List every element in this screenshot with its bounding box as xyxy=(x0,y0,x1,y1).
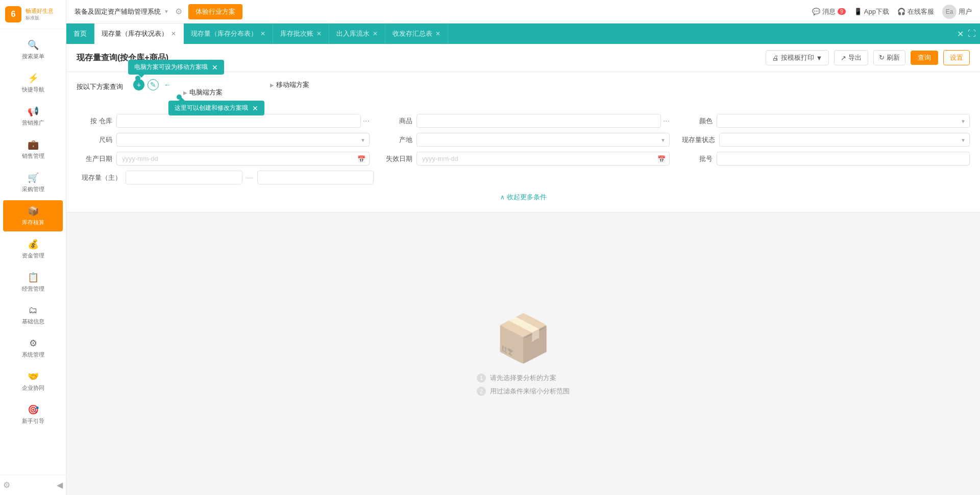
inventory-icon: 📦 xyxy=(28,205,39,217)
main-content: 装备及固定资产辅助管理系统 ▼ ⚙ 体验行业方案 💬 消息 9 📱 App下载 … xyxy=(66,0,980,495)
basic-info-icon: 🗂 xyxy=(29,305,38,316)
tab-inout-flow-close[interactable]: ✕ xyxy=(373,30,378,37)
sidebar: 6 畅通好生意 标准版 🔍 搜索菜单 ⚡ 快捷导航 📢 营销推广 💼 销售管理 … xyxy=(0,0,66,495)
tabbar-right: ✕ ⛶ xyxy=(953,29,980,39)
scheme-controls: + ✎ ← 电脑方案可设为移动方案哦 ✕ xyxy=(133,79,173,90)
collapse-up-icon: ∧ xyxy=(500,194,505,201)
sidebar-bottom: ⚙ ◀ xyxy=(0,475,66,495)
tab-close-all-icon[interactable]: ✕ xyxy=(957,29,964,39)
finance-icon: 💰 xyxy=(28,239,39,250)
mobile-scheme-tree: ▶ 移动端方案 xyxy=(270,79,331,90)
sidebar-item-inventory[interactable]: 📦 库存核算 xyxy=(3,200,63,231)
prod-date-input[interactable] xyxy=(116,152,370,166)
color-label: 颜色 xyxy=(682,116,713,126)
topbar-gear-icon[interactable]: ⚙ xyxy=(175,7,182,16)
enterprise-icon: 🤝 xyxy=(28,371,39,382)
sidebar-item-enterprise[interactable]: 🤝 企业协同 xyxy=(3,366,63,397)
export-icon: ↗ xyxy=(841,54,846,62)
goods-input[interactable] xyxy=(416,114,661,128)
sidebar-item-system[interactable]: ⚙ 系统管理 xyxy=(3,333,63,364)
empty-state: 📦 1 请先选择要分析的方案 2 用过滤条件来缩小分析范围 xyxy=(66,213,980,495)
expire-date-cal-icon[interactable]: 📅 xyxy=(657,155,666,162)
stock-qty-sep: — xyxy=(247,174,253,181)
edit-scheme-button[interactable]: ✎ xyxy=(148,79,159,90)
field-size: 尺码 ▼ xyxy=(82,133,370,147)
tab-batch-account-close[interactable]: ✕ xyxy=(316,30,322,37)
add-scheme-button[interactable]: + xyxy=(133,79,144,90)
export-button[interactable]: ↗ 导出 xyxy=(834,50,868,65)
expire-date-label: 失效日期 xyxy=(382,154,412,163)
tab-inventory-status-close[interactable]: ✕ xyxy=(171,30,176,37)
field-warehouse: 按 仓库 ··· xyxy=(82,114,370,128)
warehouse-dots[interactable]: ··· xyxy=(363,116,370,126)
tooltip2-close[interactable]: ✕ xyxy=(252,104,258,112)
search-icon: 🔍 xyxy=(28,39,39,51)
origin-select[interactable] xyxy=(416,133,670,147)
online-support-item[interactable]: 🎧 在线客服 xyxy=(897,7,934,16)
tab-recv-send[interactable]: 收发存汇总表 ✕ xyxy=(385,23,448,44)
sidebar-item-search[interactable]: 🔍 搜索菜单 xyxy=(3,34,63,65)
refresh-icon: ↻ xyxy=(879,54,885,61)
tooltip2-floating: 这里可以创建和修改方案哦 ✕ xyxy=(168,95,264,115)
stock-qty-to-input[interactable] xyxy=(257,171,374,184)
batch-input[interactable] xyxy=(717,152,970,166)
collapse-row[interactable]: ∧ 收起更多条件 xyxy=(77,190,970,205)
sidebar-item-quick-nav[interactable]: ⚡ 快捷导航 xyxy=(3,67,63,99)
tab-home[interactable]: 首页 xyxy=(66,23,94,44)
goods-dots[interactable]: ··· xyxy=(663,116,670,126)
expire-date-input[interactable] xyxy=(416,152,670,166)
tab-inventory-status[interactable]: 现存量（库存状况表） ✕ xyxy=(94,23,184,44)
filter-fields-row1: 按 仓库 ··· 商品 ··· 颜色 ▼ xyxy=(77,114,970,128)
tooltip2: 这里可以创建和修改方案哦 ✕ xyxy=(168,101,264,115)
color-select[interactable] xyxy=(717,114,970,128)
tab-batch-account[interactable]: 库存批次账 ✕ xyxy=(273,23,329,44)
sidebar-item-basic-info[interactable]: 🗂 基础信息 xyxy=(3,300,63,331)
back-scheme-button[interactable]: ← xyxy=(162,79,173,90)
sidebar-item-purchase[interactable]: 🛒 采购管理 xyxy=(3,167,63,198)
sidebar-item-finance[interactable]: 💰 资金管理 xyxy=(3,233,63,265)
sidebar-item-sales[interactable]: 💼 销售管理 xyxy=(3,134,63,165)
message-badge: 9 xyxy=(838,8,846,15)
filter-fields-row2: 尺码 ▼ 产地 ▼ 现存量状态 ▼ xyxy=(77,133,970,147)
collapse-sidebar-icon[interactable]: ◀ xyxy=(57,480,63,490)
logo-icon: 6 xyxy=(5,6,21,22)
size-select[interactable] xyxy=(116,133,370,147)
warehouse-label: 按 仓库 xyxy=(82,116,112,126)
tab-expand-icon[interactable]: ⛶ xyxy=(968,29,976,38)
refresh-button[interactable]: ↻ 刷新 xyxy=(873,50,905,65)
sidebar-item-operations[interactable]: 📋 经营管理 xyxy=(3,267,63,298)
prod-date-label: 生产日期 xyxy=(82,154,112,163)
tab-recv-send-close[interactable]: ✕ xyxy=(435,30,440,37)
trial-button[interactable]: 体验行业方案 xyxy=(188,4,242,19)
field-stock-status: 现存量状态 ▼ xyxy=(682,133,970,147)
tab-inout-flow[interactable]: 出入库流水 ✕ xyxy=(329,23,385,44)
field-color: 颜色 ▼ xyxy=(682,114,970,128)
filter-area: 按以下方案查询 + ✎ ← 电脑方案可设为移动方案哦 ✕ xyxy=(66,72,980,213)
app-download-item[interactable]: 📱 App下载 xyxy=(854,7,889,16)
message-item[interactable]: 💬 消息 9 xyxy=(812,7,846,16)
logo-name: 畅通好生意 xyxy=(26,7,54,14)
newbie-icon: 🎯 xyxy=(28,404,39,415)
filter-fields-row4: 现存量（主） — xyxy=(77,171,970,184)
stock-qty-from-input[interactable] xyxy=(126,171,242,184)
tab-inventory-dist-close[interactable]: ✕ xyxy=(260,30,265,37)
tooltip1-close[interactable]: ✕ xyxy=(212,63,218,72)
prod-date-cal-icon[interactable]: 📅 xyxy=(357,155,365,162)
system-name: 装备及固定资产辅助管理系统 xyxy=(75,7,161,16)
sidebar-item-newbie[interactable]: 🎯 新手引导 xyxy=(3,399,63,430)
reset-button[interactable]: 设置 xyxy=(943,50,970,65)
warehouse-input[interactable] xyxy=(116,114,361,128)
user-item[interactable]: Ea 用户 xyxy=(942,5,972,19)
query-button[interactable]: 查询 xyxy=(911,51,938,65)
sidebar-item-marketing[interactable]: 📢 营销推广 xyxy=(3,101,63,132)
settings-bottom-icon[interactable]: ⚙ xyxy=(3,480,10,490)
stock-status-select[interactable] xyxy=(719,133,970,147)
operations-icon: 📋 xyxy=(28,272,39,283)
tip-num-2: 2 xyxy=(477,387,486,396)
tab-inventory-dist[interactable]: 现存量（库存分布表） ✕ xyxy=(184,23,273,44)
print-button[interactable]: 🖨 按模板打印 ▼ xyxy=(766,50,829,65)
batch-label: 批号 xyxy=(682,154,713,163)
system-arrow-icon: ▼ xyxy=(164,9,169,14)
topbar-system: 装备及固定资产辅助管理系统 ▼ xyxy=(75,7,169,16)
mobile-scheme-node[interactable]: ▶ 移动端方案 xyxy=(270,79,331,90)
